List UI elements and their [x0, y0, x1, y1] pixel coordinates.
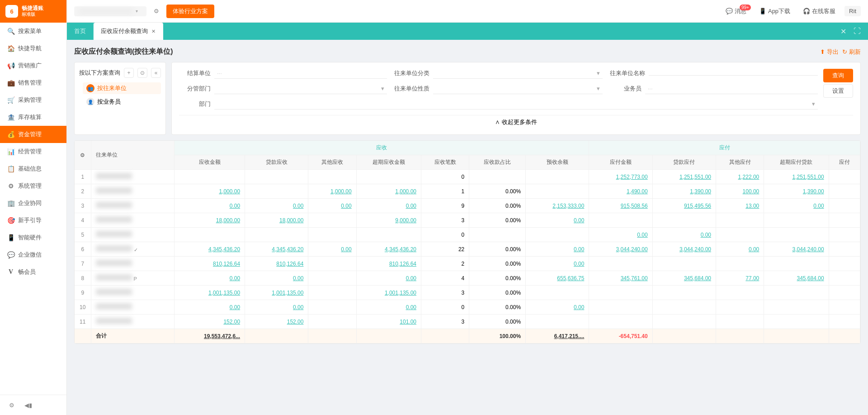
sidebar-item-marketing[interactable]: 📢 营销推广: [0, 57, 66, 74]
sidebar-item-vip[interactable]: V 畅会员: [0, 263, 66, 281]
row-ar_amount[interactable]: 1,000.00: [175, 184, 245, 199]
row-ap_overdue[interactable]: 1,251,551.00: [764, 170, 829, 184]
row-ar_overdue[interactable]: 1,001,135.00: [356, 286, 421, 300]
online-service-link[interactable]: 🎧 在线客服: [799, 5, 839, 17]
row-ar_overdue[interactable]: 9,000.00: [356, 213, 421, 228]
row-ar_overdue[interactable]: 0.00: [356, 271, 421, 286]
row-ar_amount[interactable]: 1,001,135.00: [175, 286, 245, 300]
row-ar_prepay[interactable]: 0.00: [526, 300, 589, 315]
partner-nature-input[interactable]: ▾: [433, 83, 602, 94]
filter-nav-by-partner[interactable]: 👥 按往来单位: [83, 82, 161, 94]
row-ar_overdue[interactable]: 0.00: [356, 199, 421, 213]
row-ap_loan[interactable]: 1,390.00: [652, 184, 716, 199]
tab-close-icon[interactable]: ✕: [151, 29, 156, 34]
row-ar_amount[interactable]: 152.00: [175, 315, 245, 329]
row-ap_loan[interactable]: 1,251,551.00: [652, 170, 716, 184]
sidebar-item-basic[interactable]: 📋 基础信息: [0, 160, 66, 177]
settlement-unit-input[interactable]: ···: [214, 68, 387, 79]
row-ap_other[interactable]: 13.00: [716, 199, 764, 213]
row-ap_overdue[interactable]: 3,044,240.00: [764, 242, 829, 257]
row-ar_loan[interactable]: 4,345,436.20: [245, 242, 308, 257]
row-ar_other[interactable]: 0.00: [308, 199, 356, 213]
row-ap_amount[interactable]: 3,044,240.00: [589, 242, 652, 257]
sidebar-item-purchase[interactable]: 🛒 采购管理: [0, 91, 66, 109]
sidebar-item-management[interactable]: 📊 经营管理: [0, 143, 66, 160]
row-ar_prepay[interactable]: 655,636.75: [526, 271, 589, 286]
row-ar_loan[interactable]: 810,126.64: [245, 257, 308, 271]
row-ar_loan[interactable]: 1,001,135.00: [245, 286, 308, 300]
row-ar_loan[interactable]: 0.00: [245, 271, 308, 286]
row-ar_prepay[interactable]: 0.00: [526, 213, 589, 228]
row-ar_amount[interactable]: 4,345,436.20: [175, 242, 245, 257]
row-ar_prepay[interactable]: 2,153,333.00: [526, 199, 589, 213]
row-ap_amount[interactable]: 0.00: [589, 228, 652, 242]
row-ar_loan[interactable]: 0.00: [245, 199, 308, 213]
row-ar_amount[interactable]: 18,000.00: [175, 213, 245, 228]
query-button[interactable]: 查询: [823, 69, 853, 82]
row-ap_loan[interactable]: 915,495.56: [652, 199, 716, 213]
settings-header[interactable]: ⚙: [75, 141, 91, 170]
salesperson-input[interactable]: ···: [645, 83, 818, 94]
company-selector[interactable]: ▾: [74, 6, 146, 16]
partner-name-input[interactable]: [649, 72, 818, 76]
footer-ar-amount[interactable]: 19,553,472,6...: [175, 329, 245, 343]
row-ap_other[interactable]: 0.00: [716, 242, 764, 257]
sidebar-item-system[interactable]: ⚙ 系统管理: [0, 177, 66, 195]
row-ar_loan[interactable]: 0.00: [245, 300, 308, 315]
row-ar_prepay[interactable]: 0.00: [526, 242, 589, 257]
filter-settings-button[interactable]: ⊙: [137, 68, 147, 78]
filter-add-button[interactable]: +: [124, 68, 134, 78]
row-ar_other[interactable]: 1,000.00: [308, 184, 356, 199]
sidebar-item-enterprise[interactable]: 🏢 企业协同: [0, 195, 66, 212]
footer-ar-prepay[interactable]: 6,417,215....: [526, 329, 589, 343]
sidebar-item-search[interactable]: 🔍 搜索菜单: [0, 23, 66, 40]
row-ar_overdue[interactable]: 4,345,436.20: [356, 242, 421, 257]
row-ar_amount[interactable]: 810,126.64: [175, 257, 245, 271]
row-ar_amount[interactable]: 0.00: [175, 300, 245, 315]
filter-nav-by-staff[interactable]: 👤 按业务员: [83, 96, 161, 108]
row-ap_amount[interactable]: 1,490.00: [589, 184, 652, 199]
sidebar-collapse-button[interactable]: ◀▮: [22, 399, 34, 411]
row-ar_overdue[interactable]: 1,000.00: [356, 184, 421, 199]
export-button[interactable]: ⬆ 导出: [820, 48, 839, 56]
row-ap_loan[interactable]: 345,684.00: [652, 271, 716, 286]
tab-home[interactable]: 首页: [67, 23, 94, 40]
filter-collapse-button[interactable]: «: [151, 68, 161, 78]
collapse-link[interactable]: ∧ 收起更多条件: [495, 119, 537, 125]
row-ap_other[interactable]: 100.00: [716, 184, 764, 199]
row-ar_amount[interactable]: 0.00: [175, 271, 245, 286]
division-input[interactable]: ▾: [214, 83, 387, 94]
row-ar_overdue[interactable]: 0.00: [356, 300, 421, 315]
row-ap_loan[interactable]: 0.00: [652, 228, 716, 242]
row-ar_overdue[interactable]: 810,126.64: [356, 257, 421, 271]
row-ap_other[interactable]: 77.00: [716, 271, 764, 286]
partner-category-input[interactable]: ▾: [433, 68, 602, 79]
row-ar_amount[interactable]: 0.00: [175, 199, 245, 213]
row-ap_amount[interactable]: 1,252,773.00: [589, 170, 652, 184]
app-download-link[interactable]: 📱 App下载: [755, 5, 794, 17]
row-ar_loan[interactable]: 152.00: [245, 315, 308, 329]
tab-ar-ap[interactable]: 应收应付余额查询 ✕: [94, 23, 163, 40]
refresh-button[interactable]: ↻ 刷新: [842, 48, 861, 56]
sidebar-item-hardware[interactable]: 📱 智能硬件: [0, 229, 66, 246]
row-ar_loan[interactable]: 18,000.00: [245, 213, 308, 228]
row-ap_amount[interactable]: 345,761.00: [589, 271, 652, 286]
user-avatar[interactable]: Rit: [844, 6, 861, 16]
tab-close-all-button[interactable]: ✕: [839, 25, 848, 38]
row-ap_overdue[interactable]: 1,390.00: [764, 184, 829, 199]
sidebar-item-finance[interactable]: 💰 资金管理: [0, 126, 66, 143]
sidebar-item-wechat[interactable]: 💬 企业微信: [0, 246, 66, 263]
row-ar_other[interactable]: 0.00: [308, 242, 356, 257]
sidebar-item-guide[interactable]: 🎯 新手引导: [0, 212, 66, 229]
notification-bell[interactable]: 💬 消息 99+: [722, 5, 750, 17]
row-ar_prepay[interactable]: 0.00: [526, 257, 589, 271]
row-ap_loan[interactable]: 3,044,240.00: [652, 242, 716, 257]
row-ap_overdue[interactable]: 345,684.00: [764, 271, 829, 286]
row-ap_other[interactable]: 1,222.00: [716, 170, 764, 184]
row-ap_amount[interactable]: 915,508.56: [589, 199, 652, 213]
header-gear-button[interactable]: ⚙: [152, 6, 161, 16]
tab-maximize-button[interactable]: ⛶: [852, 25, 863, 37]
sidebar-item-inventory[interactable]: 🏦 库存核算: [0, 109, 66, 126]
row-ar_overdue[interactable]: 101.00: [356, 315, 421, 329]
department-input[interactable]: ▾: [214, 99, 818, 110]
